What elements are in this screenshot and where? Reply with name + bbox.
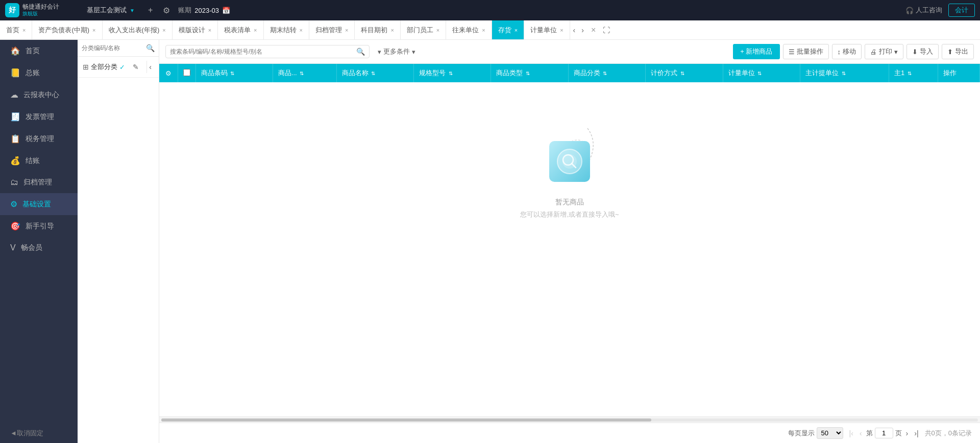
col-price-method-sort-icon: ⇅: [680, 71, 684, 76]
page-next-button[interactable]: ›: [904, 428, 911, 438]
tab-template[interactable]: 模版设计 ×: [173, 20, 218, 40]
print-button[interactable]: 🖨 打印 ▾: [865, 44, 903, 59]
tab-unit[interactable]: 计量单位 ×: [524, 20, 570, 40]
page-unit: 页: [895, 429, 902, 438]
col-checkbox[interactable]: [178, 64, 195, 82]
export-label: 导出: [955, 47, 968, 56]
tab-income[interactable]: 收入支出表(年报) ×: [103, 20, 173, 40]
headset-icon: 🎧: [905, 7, 914, 14]
tab-balance-close[interactable]: ×: [92, 27, 95, 33]
tab-income-close[interactable]: ×: [162, 27, 165, 33]
batch-button[interactable]: ☰ 批量操作: [783, 44, 829, 59]
sidebar-item-settle[interactable]: 💰 结账: [0, 150, 78, 172]
col-barcode[interactable]: 商品条码 ⇅: [195, 64, 273, 82]
search-icon[interactable]: 🔍: [356, 48, 365, 56]
tab-income-label: 收入支出表(年报): [109, 26, 160, 35]
product-table: ⚙ 商品条码 ⇅ 商品...: [159, 64, 980, 82]
tab-subject[interactable]: 科目期初 ×: [355, 20, 400, 40]
tab-inventory[interactable]: 存货 ×: [492, 20, 524, 40]
tab-contacts[interactable]: 往来单位 ×: [446, 20, 492, 40]
company-name: 基层工会测试: [87, 6, 127, 15]
tab-home-close[interactable]: ×: [22, 27, 26, 33]
company-selector[interactable]: 基层工会测试 ▼: [82, 6, 140, 15]
category-edit-button[interactable]: ✎: [132, 62, 140, 72]
empty-illustration: [539, 123, 600, 190]
tab-expand-button[interactable]: ⛶: [600, 20, 613, 40]
page-last-button[interactable]: ›|: [912, 428, 920, 438]
tab-dept-label: 部门员工: [407, 26, 433, 35]
sidebar-item-archive[interactable]: 🗂 归档管理: [0, 172, 78, 193]
category-actions: ✎: [132, 62, 140, 72]
pagination: 每页显示 50 20 100 200 |‹ ‹ 第 页: [159, 423, 980, 443]
import-button[interactable]: ⬇ 导入: [906, 44, 939, 59]
tab-dept-close[interactable]: ×: [436, 27, 439, 33]
settings-button[interactable]: ⚙: [160, 5, 173, 16]
calendar-icon[interactable]: 📅: [222, 7, 230, 14]
page-prev-button[interactable]: ‹: [857, 428, 864, 438]
scrollbar-thumb[interactable]: [161, 418, 651, 422]
add-tab-button[interactable]: +: [145, 5, 156, 16]
col-price-method[interactable]: 计价方式 ⇅: [646, 64, 723, 82]
all-categories-label[interactable]: 全部分类: [91, 62, 117, 72]
tab-tax[interactable]: 税表清单 ×: [218, 20, 263, 40]
col-code[interactable]: 商品... ⇅: [273, 64, 336, 82]
add-product-button[interactable]: + 新增商品: [733, 44, 779, 59]
sidebar-item-ledger[interactable]: 📒 总账: [0, 62, 78, 84]
filter-chevron-icon: ▾: [412, 48, 415, 56]
export-button[interactable]: ⬆ 导出: [942, 44, 974, 59]
per-page-dropdown[interactable]: 50 20 100 200: [817, 427, 843, 439]
col-spec[interactable]: 规格型号 ⇅: [414, 64, 491, 82]
move-button[interactable]: ↕ 移动: [832, 44, 862, 59]
col-code-label: 商品...: [278, 69, 297, 77]
sidebar-item-basic[interactable]: ⚙ 基础设置: [0, 193, 78, 215]
sidebar-item-home[interactable]: 🏠 首页: [0, 40, 78, 62]
tab-tax-close[interactable]: ×: [254, 27, 257, 33]
tab-inventory-close[interactable]: ×: [514, 27, 518, 33]
tab-prev-button[interactable]: ‹: [570, 20, 579, 40]
sidebar-item-reports[interactable]: ☁ 云报表中心: [0, 84, 78, 106]
select-all-checkbox[interactable]: [183, 69, 190, 76]
tab-period[interactable]: 期末结转 ×: [264, 20, 309, 40]
tab-close-all-button[interactable]: ×: [587, 20, 600, 40]
sidebar-item-invoice[interactable]: 🧾 发票管理: [0, 106, 78, 128]
tab-template-close[interactable]: ×: [208, 27, 211, 33]
category-search-icon[interactable]: 🔍: [146, 44, 155, 52]
col-type[interactable]: 商品类型 ⇅: [491, 64, 568, 82]
sidebar-item-archive-label: 归档管理: [23, 178, 52, 187]
scrollbar-track[interactable]: [161, 418, 978, 422]
tab-balance[interactable]: 资产负债表(中期) ×: [32, 20, 102, 40]
col-settings[interactable]: ⚙: [159, 64, 178, 82]
help-button[interactable]: 🎧 人工咨询: [905, 6, 942, 15]
tab-dept[interactable]: 部门员工 ×: [401, 20, 446, 40]
tab-archive[interactable]: 归档管理 ×: [309, 20, 355, 40]
sidebar-unpin-button[interactable]: ◄取消固定: [0, 424, 78, 443]
col-category[interactable]: 商品分类 ⇅: [568, 64, 645, 82]
col-extra[interactable]: 主1 ⇅: [889, 64, 938, 82]
tab-period-close[interactable]: ×: [300, 27, 303, 33]
sidebar-item-ledger-label: 总账: [26, 68, 40, 78]
tab-balance-label: 资产负债表(中期): [38, 26, 89, 35]
logo-icon: 好: [5, 3, 19, 17]
filter-button[interactable]: ▾ 更多条件 ▾: [374, 45, 420, 58]
tab-subject-close[interactable]: ×: [390, 27, 394, 33]
account-button[interactable]: 会计: [948, 4, 975, 17]
tab-archive-close[interactable]: ×: [345, 27, 348, 33]
tab-contacts-close[interactable]: ×: [482, 27, 485, 33]
category-collapse-button[interactable]: ‹: [146, 61, 154, 73]
sidebar-item-tax[interactable]: 📋 税务管理: [0, 128, 78, 150]
col-main-unit[interactable]: 主计提单位 ⇅: [800, 64, 889, 82]
logo-text-block: 畅捷通好会计 旗舰版: [22, 3, 59, 17]
page-input[interactable]: [875, 428, 893, 438]
page-first-button[interactable]: |‹: [847, 428, 855, 438]
product-search-input[interactable]: [170, 48, 354, 55]
header-actions: + ⚙: [145, 5, 173, 16]
col-unit[interactable]: 计量单位 ⇅: [723, 64, 800, 82]
col-name[interactable]: 商品名称 ⇅: [336, 64, 413, 82]
tab-unit-close[interactable]: ×: [560, 27, 563, 33]
settings-gear-icon[interactable]: ⚙: [165, 69, 172, 77]
tab-next-button[interactable]: ›: [578, 20, 587, 40]
category-search-input[interactable]: [82, 44, 144, 52]
sidebar-item-member[interactable]: V 畅会员: [0, 237, 78, 259]
tab-home[interactable]: 首页 ×: [0, 20, 32, 40]
sidebar-item-guide[interactable]: 🎯 新手引导: [0, 215, 78, 237]
